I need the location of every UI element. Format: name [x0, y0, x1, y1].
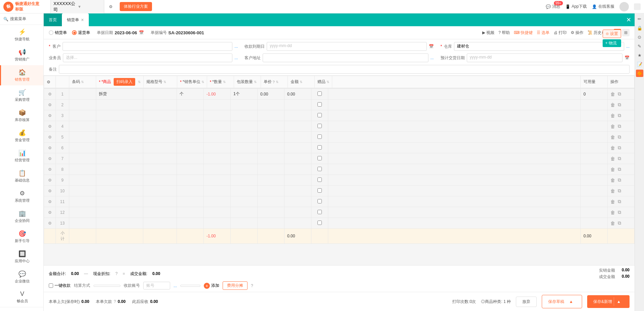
row-qty[interactable]: [204, 153, 231, 164]
copy-icon[interactable]: ⧉: [618, 188, 621, 194]
row-spec[interactable]: [143, 153, 177, 164]
delete-icon[interactable]: 🗑: [610, 221, 615, 226]
row-amount[interactable]: [285, 100, 311, 110]
row-qty[interactable]: [204, 207, 231, 218]
save-arrow-icon[interactable]: ▲: [614, 297, 623, 306]
row-pkgqty[interactable]: [231, 100, 258, 110]
help-btn[interactable]: ? 帮助: [498, 30, 510, 36]
row-gift[interactable]: [311, 89, 328, 100]
sidebar-item-operations[interactable]: 📊 经营管理: [0, 146, 43, 166]
row-barcode[interactable]: [69, 132, 96, 143]
copy-icon[interactable]: ⧉: [618, 199, 621, 204]
row-barcode[interactable]: [69, 89, 96, 100]
row-price[interactable]: [258, 164, 285, 175]
right-sidebar-icon-6[interactable]: 📝: [636, 61, 643, 68]
row-product[interactable]: [96, 110, 143, 121]
row-amount[interactable]: [285, 207, 311, 218]
company-selector[interactable]: XXXXXX公司 ▾: [50, 0, 104, 14]
right-sidebar-icon-1[interactable]: ✏: [636, 15, 643, 23]
draft-button[interactable]: 保存草稿 ▲: [542, 295, 582, 308]
row-price[interactable]: [258, 175, 285, 186]
right-sidebar-icon-4[interactable]: ✎: [636, 42, 643, 50]
salesperson-input[interactable]: 选择...: [63, 53, 232, 62]
user-menu-icon[interactable]: [634, 3, 641, 10]
sidebar-item-marketing[interactable]: 📢 营销推广: [0, 45, 43, 65]
row-gift[interactable]: [311, 143, 328, 153]
salesperson-dots[interactable]: ...: [234, 55, 238, 60]
row-amount[interactable]: [285, 164, 311, 175]
row-price[interactable]: [258, 132, 285, 143]
row-price[interactable]: [258, 100, 285, 110]
delete-icon[interactable]: 🗑: [610, 167, 615, 172]
row-product[interactable]: [96, 100, 143, 110]
due-date-calendar-icon[interactable]: 📅: [429, 44, 434, 49]
delete-icon[interactable]: 🗑: [610, 210, 615, 215]
row-gift[interactable]: [311, 175, 328, 186]
gift-sort-icon[interactable]: ⇅: [327, 80, 329, 84]
qty-sort-icon[interactable]: ⇅: [223, 80, 226, 84]
expense-split-button[interactable]: 费用分摊: [223, 281, 248, 290]
row-product[interactable]: [96, 153, 143, 164]
row-price[interactable]: [258, 121, 285, 132]
row-amount[interactable]: [285, 121, 311, 132]
row-product[interactable]: [96, 207, 143, 218]
account-input[interactable]: 账号: [143, 282, 170, 289]
customer-input[interactable]: [63, 42, 233, 51]
right-sidebar-icon-7[interactable]: 🔶: [636, 70, 643, 77]
row-settings[interactable]: ⚙: [44, 196, 56, 207]
delete-icon[interactable]: 🗑: [610, 188, 615, 194]
gift-checkbox[interactable]: [317, 156, 322, 160]
row-spec[interactable]: [143, 100, 177, 110]
row-gift[interactable]: [311, 121, 328, 132]
gift-checkbox[interactable]: [317, 167, 322, 171]
remark-input[interactable]: [59, 65, 630, 74]
row-unit[interactable]: [177, 164, 204, 175]
select-btn[interactable]: ☰ 选单: [537, 30, 550, 36]
row-settings[interactable]: ⚙: [44, 100, 56, 110]
row-unit[interactable]: [177, 207, 204, 218]
row-amount[interactable]: [285, 110, 311, 121]
sidebar-item-quick-nav[interactable]: ⚡ 快捷导航: [0, 25, 43, 45]
row-gift[interactable]: [311, 207, 328, 218]
row-qty[interactable]: [204, 196, 231, 207]
right-sidebar-icon-3[interactable]: ⊙: [636, 33, 643, 41]
row-settings[interactable]: ⚙: [44, 186, 56, 196]
customer-dots[interactable]: ...: [234, 44, 238, 49]
delete-icon[interactable]: 🗑: [610, 91, 615, 97]
row-barcode[interactable]: [69, 143, 96, 153]
warehouse-dots[interactable]: ...: [626, 44, 630, 49]
row-product[interactable]: [96, 218, 143, 229]
tab-active[interactable]: 销货单 ×: [62, 13, 89, 26]
row-settings[interactable]: ⚙: [44, 110, 56, 121]
customer-addr-input[interactable]: [263, 53, 428, 62]
row-spec[interactable]: [143, 110, 177, 121]
row-pkgqty[interactable]: [231, 121, 258, 132]
row-spec[interactable]: [143, 132, 177, 143]
sale-radio[interactable]: 销货单: [49, 30, 67, 36]
pkgqty-sort-icon[interactable]: ⇅: [254, 80, 257, 84]
copy-icon[interactable]: ⧉: [618, 123, 621, 129]
row-settings[interactable]: ⚙: [44, 218, 56, 229]
price-help-icon[interactable]: ?: [273, 80, 275, 84]
row-amount[interactable]: [285, 186, 311, 196]
row-barcode[interactable]: [69, 110, 96, 121]
row-qty[interactable]: [204, 132, 231, 143]
row-product[interactable]: 拆货: [96, 89, 143, 100]
row-unit[interactable]: 个: [177, 89, 204, 100]
sidebar-item-vip[interactable]: V 畅会员: [0, 287, 43, 307]
row-price[interactable]: [258, 218, 285, 229]
row-product[interactable]: [96, 143, 143, 153]
row-unit[interactable]: [177, 121, 204, 132]
row-spec[interactable]: [143, 207, 177, 218]
row-price[interactable]: [258, 196, 285, 207]
draft-arrow-icon[interactable]: ▲: [566, 297, 576, 306]
row-spec[interactable]: [143, 196, 177, 207]
shortcut-btn[interactable]: ⌨ 快捷键: [514, 30, 533, 36]
row-price[interactable]: [258, 186, 285, 196]
flow-button[interactable]: + 物流: [603, 39, 621, 47]
delete-icon[interactable]: 🗑: [610, 113, 615, 118]
sidebar-item-basic-info[interactable]: 📋 基础信息: [0, 166, 43, 186]
operations-btn[interactable]: ⚙ 操作: [571, 30, 583, 36]
row-settings[interactable]: ⚙: [44, 164, 56, 175]
sidebar-item-appstore[interactable]: 🔲 应用中心: [0, 247, 43, 267]
